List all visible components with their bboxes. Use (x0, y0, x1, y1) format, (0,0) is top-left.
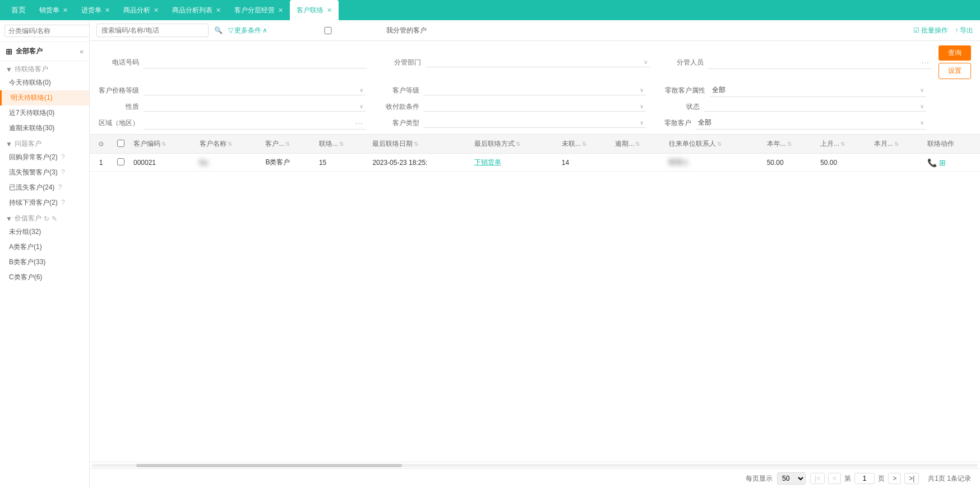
status-select[interactable]: ∨ (704, 102, 926, 112)
td-company-contact: 联系人 (664, 154, 762, 172)
nav-item-product-list[interactable]: 商品分析列表 ✕ (165, 0, 228, 20)
more-conditions-button[interactable]: ▽ 更多条件 ∧ (228, 26, 267, 35)
chevron-down-icon: ∨ (359, 87, 363, 93)
td-last-method[interactable]: 下销货单 (470, 154, 557, 172)
grid-action-icon[interactable]: ⊞ (939, 158, 946, 167)
problem-customers-label: 问题客户 (15, 139, 41, 149)
phone-icon[interactable]: 📞 (927, 158, 937, 167)
sidebar-item-today[interactable]: 今天待联络(0) (0, 75, 89, 90)
per-page-label: 每页显示 (746, 474, 773, 484)
sort-icon: ⇅ (414, 141, 418, 147)
nav-item-customer-contact[interactable]: 客户联络 ✕ (290, 0, 339, 20)
page-input[interactable] (854, 473, 875, 484)
first-page-button[interactable]: |< (810, 473, 825, 484)
gender-select[interactable]: ∨ (144, 102, 366, 112)
th-not-contacted: 未联...⇅ (557, 135, 611, 154)
nav-item-purchase[interactable]: 进货单 ✕ (75, 0, 117, 20)
nav-home[interactable]: 首页 (4, 5, 33, 15)
sidebar-item-overdue[interactable]: 逾期未联络(30) (0, 121, 89, 136)
sort-icon: ⇅ (285, 141, 290, 147)
all-customers-label[interactable]: 全部客户 (16, 47, 43, 56)
filter-phone: 电话号码 (99, 57, 367, 68)
my-customers-checkbox[interactable] (272, 27, 384, 34)
retail-customer-select[interactable]: 全部 ∨ (696, 116, 926, 130)
set-button[interactable]: 设置 (939, 63, 971, 79)
close-icon[interactable]: ✕ (278, 7, 283, 14)
sidebar-item-tomorrow[interactable]: 明天待联络(1) (0, 90, 89, 105)
customer-type-label: 客户类型 (379, 118, 424, 128)
sidebar: 🔍 ⊞ 全部客户 « ▼ 待联络客户 今天待联络(0) 明天待联络(1) 近7天… (0, 20, 90, 488)
sort-icon: ⇅ (894, 141, 899, 147)
th-this-year: 本年...⇅ (762, 135, 816, 154)
scrollbar-track (92, 464, 978, 467)
search-input[interactable] (96, 24, 209, 37)
th-this-month: 本月...⇅ (870, 135, 923, 154)
arrow-icon: ▼ (6, 66, 12, 73)
sidebar-item-lost[interactable]: 已流失客户(24) ? (0, 180, 89, 195)
sort-icon: ⇅ (787, 141, 792, 147)
edit-icon[interactable]: ✎ (52, 215, 57, 223)
top-nav: 首页 销货单 ✕ 进货单 ✕ 商品分析 ✕ 商品分析列表 ✕ 客户分层经营 ✕ … (0, 0, 980, 20)
collapse-icon[interactable]: « (80, 48, 84, 56)
nav-item-customer-mgmt[interactable]: 客户分层经营 ✕ (228, 0, 290, 20)
action-icons: 📞 ⊞ (927, 158, 976, 167)
search-icon[interactable]: 🔍 (213, 25, 224, 35)
customer-level-select[interactable]: ∨ (424, 85, 646, 95)
nav-item-sales[interactable]: 销货单 ✕ (33, 0, 75, 20)
sort-icon: ⇅ (339, 141, 344, 147)
retail-attr-select[interactable]: 全部 ∨ (710, 84, 926, 97)
sidebar-item-repurchase[interactable]: 回购异常客户(2) ? (0, 150, 89, 165)
sidebar-item-recent7[interactable]: 近7天待联络(0) (0, 105, 89, 121)
toolbar-right: ☑ 批量操作 ↑ 导出 (913, 26, 973, 35)
export-button[interactable]: ↑ 导出 (955, 26, 973, 35)
sidebar-item-loss-risk[interactable]: 流失预警客户(3) ? (0, 165, 89, 180)
td-this-month (870, 154, 923, 172)
close-icon[interactable]: ✕ (216, 7, 221, 14)
sidebar-item-decline[interactable]: 持续下滑客户(2) ? (0, 195, 89, 210)
my-customers-checkbox-wrap[interactable]: 我分管的客户 (272, 26, 427, 35)
td-this-year: 50.00 (762, 154, 816, 172)
sidebar-section-value: ▼ 价值客户 ↻ ✎ (0, 210, 89, 224)
th-no: ⚙ (90, 135, 112, 154)
person-select[interactable]: ··· (708, 56, 932, 69)
close-icon[interactable]: ✕ (105, 7, 110, 14)
sidebar-section-pending: ▼ 待联络客户 (0, 61, 89, 75)
filter-region: 区域（地区） ··· (99, 117, 366, 130)
scrollbar-thumb[interactable] (136, 464, 402, 467)
close-icon[interactable]: ✕ (327, 7, 332, 14)
pager: |< < 第 页 > >| (810, 473, 919, 484)
next-page-button[interactable]: > (888, 473, 901, 484)
filter-retail-customer: 零散客户 全部 ∨ (659, 116, 926, 130)
nav-item-product-analysis[interactable]: 商品分析 ✕ (117, 0, 165, 20)
close-icon[interactable]: ✕ (63, 7, 68, 14)
refresh-icon[interactable]: ↻ (44, 215, 49, 223)
last-page-button[interactable]: >| (904, 473, 919, 484)
payment-select[interactable]: ∨ (424, 102, 646, 112)
dept-select[interactable]: ∨ (426, 57, 649, 67)
per-page-select[interactable]: 50 100 200 (777, 472, 806, 485)
filter-person: 分管人员 ··· (663, 56, 932, 69)
gear-icon[interactable]: ⚙ (96, 139, 107, 149)
td-customer-name: Ea (195, 154, 261, 172)
row-checkbox[interactable] (117, 158, 124, 165)
select-all-checkbox[interactable] (117, 140, 124, 147)
filter-customer-type: 客户类型 ∨ (379, 118, 646, 128)
sidebar-item-class-b[interactable]: B类客户(33) (0, 255, 89, 270)
td-customer-code: 000021 (129, 154, 195, 172)
query-button[interactable]: 查询 (939, 45, 971, 61)
phone-input[interactable] (144, 57, 367, 68)
sidebar-item-class-a[interactable]: A类客户(1) (0, 240, 89, 255)
sidebar-item-ungrouped[interactable]: 未分组(32) (0, 224, 89, 240)
prev-page-button[interactable]: < (828, 473, 841, 484)
horizontal-scrollbar[interactable] (90, 462, 980, 468)
region-select[interactable]: ··· (144, 117, 366, 130)
sort-icon: ⇅ (635, 141, 640, 147)
customer-type-select[interactable]: ∨ (424, 118, 646, 128)
help-icon: ? (58, 183, 62, 191)
price-level-select[interactable]: ∨ (144, 85, 366, 95)
batch-op-button[interactable]: ☑ 批量操作 (913, 26, 948, 35)
sidebar-search-input[interactable] (4, 25, 90, 37)
close-icon[interactable]: ✕ (154, 7, 159, 14)
sidebar-search-area: 🔍 (0, 20, 89, 42)
sidebar-item-class-c[interactable]: C类客户(6) (0, 270, 89, 285)
